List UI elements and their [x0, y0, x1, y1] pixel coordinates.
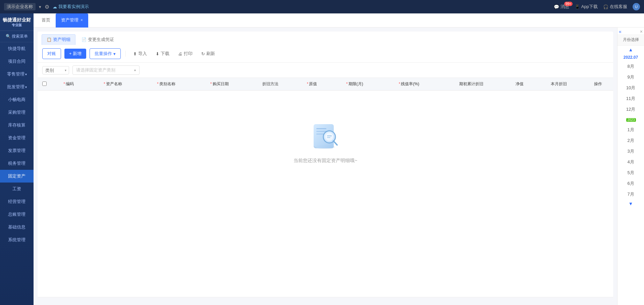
col-name: *资产名称	[86, 78, 140, 91]
month-nav-down[interactable]: ▼	[618, 200, 644, 208]
category-input[interactable]: 请选择固定资产类别 ▾	[72, 65, 140, 75]
month-item-10[interactable]: 10月	[618, 83, 644, 93]
company-selector[interactable]: 演示企业名称	[4, 3, 36, 10]
company-name: 演示企业名称	[7, 4, 33, 9]
settings-icon[interactable]: ⚙	[45, 4, 49, 10]
sidebar-item-salary[interactable]: 工资	[0, 183, 34, 195]
app-download-button[interactable]: 📱 App下载	[575, 4, 598, 10]
sidebar-item-project[interactable]: 项目合同	[0, 55, 34, 68]
svg-rect-7	[327, 136, 332, 136]
print-button[interactable]: 🖨 打印	[175, 49, 195, 58]
col-original-value: *原值	[294, 78, 330, 91]
year-2023-badge: 2023	[626, 118, 636, 122]
month-item-2023-1[interactable]: 1月	[618, 124, 644, 135]
category-select[interactable]: 类别	[42, 66, 69, 74]
month-item-9[interactable]: 9月	[618, 72, 644, 83]
sidebar-item-invoice[interactable]: 发票管理	[0, 144, 34, 157]
sidebar-item-system[interactable]: 系统管理	[0, 234, 34, 246]
add-button[interactable]: + 新增	[64, 49, 86, 59]
sub-tabs: 📋 资产明细 📄 变更生成凭证	[38, 32, 613, 45]
headset-icon: 🎧	[603, 4, 608, 9]
svg-point-6	[325, 133, 333, 141]
top-bar-right: 💬 消息 99+ 📱 App下载 🎧 在线客服 U	[554, 3, 640, 10]
bottom-scrollbar[interactable]	[38, 297, 613, 301]
select-all-header[interactable]	[38, 78, 51, 91]
sidebar-item-operations[interactable]: 经营管理	[0, 195, 34, 208]
month-panel: « × 月份选择 ▲ 2022.07 8月 9月 10月 11月 12月	[617, 28, 644, 305]
main-layout: 畅捷通好业财 专业版 🔍 搜索菜单 快捷导航 项目合同 零售管理 ▾ 批发管理 …	[0, 13, 644, 305]
month-item-2023-5[interactable]: 5月	[618, 167, 644, 178]
refresh-icon: ↻	[201, 51, 205, 56]
category-placeholder: 请选择固定资产类别	[76, 67, 115, 73]
app-icon: 📱	[575, 4, 580, 9]
svg-rect-8	[327, 137, 330, 138]
tab-close-icon[interactable]: ×	[80, 18, 83, 22]
company-dropdown-icon[interactable]: ▾	[39, 4, 41, 9]
empty-state: 当前您还没有固定资产明细哦~	[38, 91, 613, 191]
sidebar-item-general-ledger[interactable]: 总账管理	[0, 208, 34, 221]
download-icon: ⬇	[156, 51, 159, 56]
download-button[interactable]: ⬇ 下载	[153, 49, 172, 58]
month-item-2023-4[interactable]: 4月	[618, 157, 644, 167]
sub-tabs-left: 📋 资产明细 📄 变更生成凭证	[42, 34, 119, 45]
tab-asset-management[interactable]: 资产管理 ×	[56, 13, 88, 28]
sidebar-item-fixed-assets[interactable]: 固定资产	[0, 170, 34, 183]
sidebar-item-quicknav[interactable]: 快捷导航	[0, 42, 34, 55]
import-icon: ⬆	[133, 51, 137, 56]
sidebar-item-inventory[interactable]: 库存核算	[0, 119, 34, 132]
month-item-2023-3[interactable]: 3月	[618, 146, 644, 157]
month-nav-up[interactable]: ▲	[618, 46, 644, 54]
col-accumulated: 期初累计折旧	[438, 78, 504, 91]
messages-button[interactable]: 💬 消息 99+	[554, 4, 569, 10]
month-nav-down-button[interactable]: ▼	[626, 200, 636, 207]
svg-line-9	[333, 141, 337, 145]
detail-tab-icon: 📋	[47, 37, 52, 42]
content-area: 首页 资产管理 × 📋 资产明细	[34, 13, 644, 305]
category-input-arrow-icon: ▾	[134, 68, 136, 72]
category-filter[interactable]: 类别 ▾	[42, 66, 69, 74]
sidebar-item-finance[interactable]: 资金管理	[0, 132, 34, 144]
top-bar: 演示企业名称 ▾ ⚙ ☁ 我要看实例演示 💬 消息 99+ 📱 App下载 🎧 …	[0, 0, 644, 13]
col-net-value: 净值	[504, 78, 535, 91]
sidebar-search[interactable]: 🔍 搜索菜单	[0, 31, 34, 42]
sub-tab-voucher[interactable]: 📄 变更生成凭证	[77, 34, 119, 45]
batch-button[interactable]: 批量操作 ▾	[90, 48, 121, 59]
svg-rect-2	[316, 128, 326, 129]
top-bar-left: 演示企业名称 ▾ ⚙ ☁ 我要看实例演示	[4, 3, 89, 10]
month-item-12[interactable]: 12月	[618, 104, 644, 115]
refresh-button[interactable]: ↻ 刷新	[199, 49, 218, 58]
svg-rect-4	[316, 134, 324, 135]
month-item-2023-2[interactable]: 2月	[618, 135, 644, 146]
user-avatar[interactable]: U	[633, 3, 640, 10]
month-item-2023-7[interactable]: 7月	[618, 189, 644, 200]
month-item-2023-6[interactable]: 6月	[618, 178, 644, 189]
month-panel-close-icon[interactable]: ×	[640, 29, 643, 34]
month-panel-header: 月份选择	[618, 34, 644, 46]
current-year-label[interactable]: 2022.07	[618, 54, 644, 61]
sub-tab-detail[interactable]: 📋 资产明细	[42, 34, 75, 45]
sidebar-item-retail[interactable]: 零售管理 ▾	[0, 68, 34, 81]
col-operation: 操作	[583, 78, 613, 91]
month-nav-up-button[interactable]: ▲	[626, 46, 636, 53]
select-all-checkbox[interactable]	[42, 82, 47, 86]
col-code: *编码	[51, 78, 86, 91]
sidebar-item-wholesale[interactable]: 批发管理 ▾	[0, 81, 34, 93]
sidebar: 畅捷通好业财 专业版 🔍 搜索菜单 快捷导航 项目合同 零售管理 ▾ 批发管理 …	[0, 13, 34, 305]
demo-link[interactable]: ☁ 我要看实例演示	[53, 4, 89, 10]
sidebar-item-purchase[interactable]: 采购管理	[0, 106, 34, 119]
month-panel-expand-icon[interactable]: «	[619, 29, 622, 34]
sidebar-item-ecommerce[interactable]: 小畅电商	[0, 93, 34, 106]
page-content: 📋 资产明细 📄 变更生成凭证 对账	[34, 28, 644, 305]
col-monthly-depreciation: 本月折旧	[535, 78, 583, 91]
app-name: 畅捷通好业财	[3, 17, 31, 23]
month-item-8[interactable]: 8月	[618, 61, 644, 72]
message-icon: 💬	[554, 4, 559, 9]
import-button[interactable]: ⬆ 导入	[130, 49, 150, 58]
month-item-11[interactable]: 11月	[618, 93, 644, 104]
tab-home[interactable]: 首页	[36, 13, 56, 28]
sidebar-item-basic-info[interactable]: 基础信息	[0, 221, 34, 234]
wholesale-arrow-icon: ▾	[25, 85, 27, 89]
online-service-button[interactable]: 🎧 在线客服	[603, 4, 627, 10]
reconcile-button[interactable]: 对账	[42, 48, 61, 59]
sidebar-item-tax[interactable]: 税务管理	[0, 157, 34, 170]
